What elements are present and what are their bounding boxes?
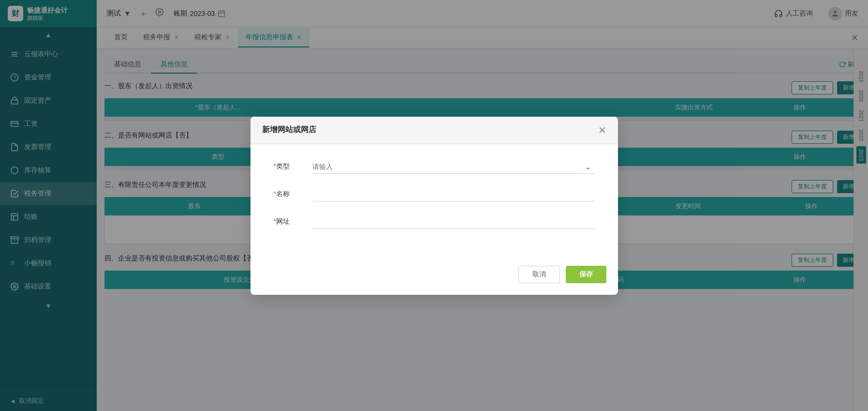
dialog-header: 新增网站或网店 ✕ xyxy=(250,117,618,144)
save-button[interactable]: 保存 xyxy=(566,266,606,283)
form-field-url: *网址 xyxy=(274,215,595,229)
name-input-wrap xyxy=(312,187,595,201)
dialog-title: 新增网站或网店 xyxy=(262,125,316,135)
url-input[interactable] xyxy=(312,215,595,229)
type-label: *类型 xyxy=(274,162,312,171)
form-field-name: *名称 xyxy=(274,187,595,201)
dialog-footer: 取消 保存 xyxy=(250,258,618,295)
dialog-close-button[interactable]: ✕ xyxy=(598,124,606,136)
form-field-type: *类型 ⌄ xyxy=(274,160,595,174)
type-input-wrap: ⌄ xyxy=(312,160,595,174)
url-input-wrap xyxy=(312,215,595,229)
url-label: *网址 xyxy=(274,217,312,226)
dialog-overlay: 新增网站或网店 ✕ *类型 ⌄ *名称 xyxy=(0,0,868,411)
name-input[interactable] xyxy=(312,187,595,201)
type-input[interactable] xyxy=(312,160,595,174)
cancel-button[interactable]: 取消 xyxy=(518,266,560,283)
name-label: *名称 xyxy=(274,190,312,198)
add-website-dialog: 新增网站或网店 ✕ *类型 ⌄ *名称 xyxy=(250,117,618,295)
dialog-body: *类型 ⌄ *名称 *网址 xyxy=(250,144,618,258)
